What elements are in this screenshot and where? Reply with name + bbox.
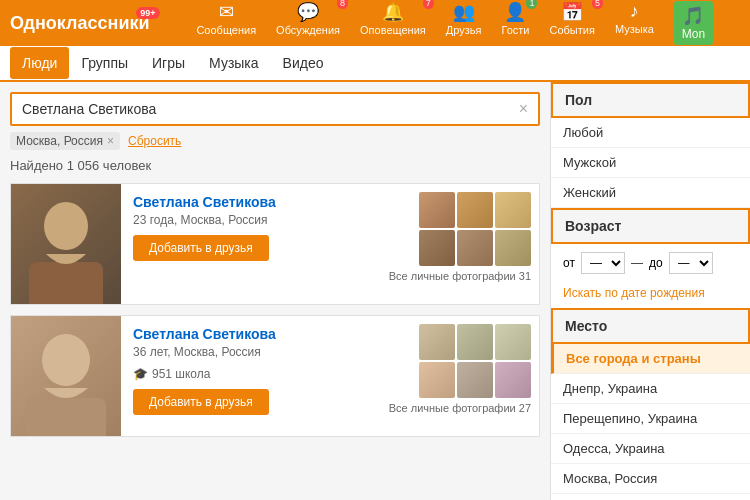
nav-guests[interactable]: 👤 1 Гости [501, 1, 529, 45]
discussions-badge: 8 [337, 0, 348, 9]
mon-widget[interactable]: 🎵 Mon [674, 1, 713, 45]
notifications-icon: 🔔 [382, 1, 404, 23]
guests-icon: 👤 [504, 1, 526, 23]
reset-filters-button[interactable]: Сбросить [128, 134, 181, 148]
photo-thumb[interactable] [419, 192, 455, 228]
events-icon: 📅 [561, 1, 583, 23]
mon-icon: 🎵 [682, 5, 704, 27]
filter-row: Москва, Россия × Сбросить [10, 132, 540, 150]
photo-thumb[interactable] [495, 192, 531, 228]
photos-grid [419, 192, 531, 266]
nav-music[interactable]: ♪ Музыка [615, 1, 654, 45]
location-filter-remove[interactable]: × [107, 134, 114, 148]
photo-thumb[interactable] [457, 324, 493, 360]
photo-thumb[interactable] [457, 362, 493, 398]
add-friend-button[interactable]: Добавить в друзья [133, 389, 269, 415]
sub-navigation: Люди Группы Игры Музыка Видео [0, 46, 750, 82]
age-from-label: от [563, 256, 575, 270]
photo-thumb[interactable] [419, 230, 455, 266]
photos-section: Все личные фотографии 31 [381, 184, 539, 304]
subnav-video[interactable]: Видео [271, 47, 336, 79]
main-layout: × Москва, Россия × Сбросить Найдено 1 05… [0, 82, 750, 500]
location-option-dnepr[interactable]: Днепр, Украина [551, 374, 750, 404]
guests-badge: 1 [526, 0, 537, 9]
gender-option-male[interactable]: Мужской [551, 148, 750, 178]
location-filter-tag: Москва, Россия × [10, 132, 120, 150]
nav-messages[interactable]: ✉ Сообщения [196, 1, 256, 45]
music-icon: ♪ [630, 1, 639, 22]
svg-rect-3 [26, 398, 106, 436]
subnav-groups[interactable]: Группы [69, 47, 140, 79]
person-photo [11, 184, 121, 304]
photo-thumb[interactable] [419, 324, 455, 360]
location-option-odessa[interactable]: Одесса, Украина [551, 434, 750, 464]
photo-thumb[interactable] [495, 324, 531, 360]
photo-thumb[interactable] [457, 192, 493, 228]
person-info: Светлана Светикова 23 года, Москва, Росс… [121, 184, 381, 304]
search-bar: × [10, 92, 540, 126]
person-details: 23 года, Москва, Россия [133, 213, 369, 227]
location-section-header: Место [551, 308, 750, 344]
nav-events-label: События [549, 24, 594, 36]
nav-events[interactable]: 📅 5 События [549, 1, 594, 45]
age-section-header: Возраст [551, 208, 750, 244]
logo[interactable]: Одноклассники 99+ [10, 13, 150, 34]
age-to-select[interactable]: — 2530354050 [669, 252, 713, 274]
friends-icon: 👥 [453, 1, 475, 23]
search-input[interactable] [22, 101, 519, 117]
nav-messages-label: Сообщения [196, 24, 256, 36]
photo-thumb[interactable] [457, 230, 493, 266]
left-content: × Москва, Россия × Сбросить Найдено 1 05… [0, 82, 550, 500]
subnav-music[interactable]: Музыка [197, 47, 271, 79]
person-name[interactable]: Светлана Светикова [133, 194, 369, 210]
nav-music-label: Музыка [615, 23, 654, 35]
location-option-pereshchepino[interactable]: Перещепино, Украина [551, 404, 750, 434]
school-icon: 🎓 [133, 367, 148, 381]
all-photos-link[interactable]: Все личные фотографии 27 [389, 402, 531, 414]
age-from-select[interactable]: — 1819202530 [581, 252, 625, 274]
gender-option-any[interactable]: Любой [551, 118, 750, 148]
top-navigation: Одноклассники 99+ ✉ Сообщения 💬 8 Обсужд… [0, 0, 750, 46]
svg-point-0 [44, 202, 88, 250]
search-clear-button[interactable]: × [519, 100, 528, 118]
all-photos-link[interactable]: Все личные фотографии 31 [389, 270, 531, 282]
birth-date-link[interactable]: Искать по дате рождения [551, 282, 750, 308]
right-sidebar: Пол Любой Мужской Женский Возраст от — 1… [550, 82, 750, 500]
age-to-label: до [649, 256, 663, 270]
svg-rect-1 [29, 262, 103, 304]
logo-badge: 99+ [136, 7, 159, 19]
discussions-icon: 💬 [297, 1, 319, 23]
age-dash: — [631, 256, 643, 270]
person-info: Светлана Светикова 36 лет, Москва, Росси… [121, 316, 381, 436]
photo-thumb[interactable] [419, 362, 455, 398]
gender-option-female[interactable]: Женский [551, 178, 750, 208]
photo-thumb[interactable] [495, 362, 531, 398]
nav-discussions-label: Обсуждения [276, 24, 340, 36]
messages-icon: ✉ [219, 1, 234, 23]
location-filter-value: Москва, Россия [16, 134, 103, 148]
age-row: от — 1819202530 — до — 2530354050 [551, 244, 750, 282]
gender-section-header: Пол [551, 82, 750, 118]
nav-notifications[interactable]: 🔔 7 Оповещения [360, 1, 426, 45]
school-name: 951 школа [152, 367, 210, 381]
photo-thumb[interactable] [495, 230, 531, 266]
photos-grid [419, 324, 531, 398]
person-name[interactable]: Светлана Светикова [133, 326, 369, 342]
notifications-badge: 7 [423, 0, 434, 9]
nav-friends[interactable]: 👥 Друзья [446, 1, 482, 45]
location-option-moscow[interactable]: Москва, Россия [551, 464, 750, 494]
add-friend-button[interactable]: Добавить в друзья [133, 235, 269, 261]
nav-discussions[interactable]: 💬 8 Обсуждения [276, 1, 340, 45]
person-card: Светлана Светикова 23 года, Москва, Росс… [10, 183, 540, 305]
mon-label: Mon [682, 27, 705, 41]
person-card: На сообщения не... Светлана Светикова 36… [10, 315, 540, 437]
events-badge: 5 [592, 0, 603, 9]
subnav-people[interactable]: Люди [10, 47, 69, 79]
nav-friends-label: Друзья [446, 24, 482, 36]
nav-guests-label: Гости [501, 24, 529, 36]
person-details: 36 лет, Москва, Россия [133, 345, 369, 359]
nav-notifications-label: Оповещения [360, 24, 426, 36]
subnav-games[interactable]: Игры [140, 47, 197, 79]
nav-items: ✉ Сообщения 💬 8 Обсуждения 🔔 7 Оповещени… [170, 1, 740, 45]
location-option-all[interactable]: Все города и страны [551, 344, 750, 374]
